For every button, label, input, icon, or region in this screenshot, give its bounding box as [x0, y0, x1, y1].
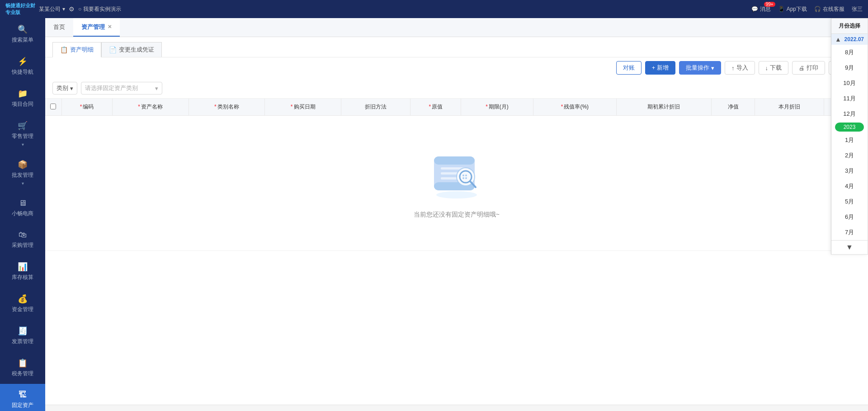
- company-selector[interactable]: 某某公司 ▾: [39, 5, 65, 13]
- headset-icon: 🎧: [814, 6, 821, 12]
- import-label: 导入: [736, 64, 748, 72]
- sidebar-item-purchase[interactable]: 🛍 采购管理: [0, 224, 45, 255]
- year-2023[interactable]: 2023: [835, 123, 864, 132]
- sidebar-item-quick-nav[interactable]: ⚡ 快捷导航: [0, 50, 45, 82]
- sidebar-item-search[interactable]: 🔍 搜索菜单: [0, 18, 45, 50]
- table-header-row: *编码 *资产名称 *类别名称 *购买日期 折旧方法 *原值 *期限(月) *残…: [45, 99, 868, 116]
- top-bar: 畅捷通好业财 专业版 某某公司 ▾ ⚙ ○ 我要看实例演示 💬 消息 99+ 📱…: [0, 0, 868, 18]
- chevron-down-icon: ▾: [711, 65, 714, 71]
- sidebar-item-project[interactable]: 📁 项目合同: [0, 82, 45, 114]
- category-input[interactable]: 请选择固定资产类别 ▾: [81, 82, 162, 94]
- settings-button[interactable]: ⚙: [69, 5, 75, 13]
- empty-row: 当前您还没有固定资产明细哦~: [45, 116, 868, 251]
- app-download-button[interactable]: 📱 App下载: [778, 5, 807, 13]
- sub-tab-detail-label: 资产明细: [70, 46, 94, 54]
- month-7[interactable]: 7月: [831, 225, 868, 240]
- month-5[interactable]: 5月: [831, 194, 868, 209]
- sidebar-item-label: 税务管理: [12, 370, 33, 378]
- category-filter-label[interactable]: 类别 ▾: [52, 82, 77, 94]
- checkbox-input[interactable]: [50, 104, 56, 109]
- tab-asset[interactable]: 资产管理 ✕: [73, 18, 120, 37]
- bottom-scrollbar[interactable]: [45, 405, 868, 411]
- tab-asset-label: 资产管理: [81, 23, 105, 31]
- month-8[interactable]: 8月: [831, 45, 868, 60]
- import-button[interactable]: ↑ 导入: [725, 61, 755, 75]
- empty-text: 当前您还没有固定资产明细哦~: [414, 211, 500, 219]
- sidebar-item-finance[interactable]: 💰 资金管理: [0, 288, 45, 320]
- demo-link[interactable]: ○ 我要看实例演示: [78, 5, 121, 13]
- print-icon: 🖨: [799, 65, 805, 71]
- sidebar-item-label: 搜索菜单: [12, 36, 33, 44]
- col-code: *编码: [61, 99, 112, 116]
- filter-dropdown-icon: ▾: [70, 85, 73, 92]
- match-button[interactable]: 对账: [616, 61, 642, 75]
- add-label: + 新增: [652, 64, 669, 72]
- month-4[interactable]: 4月: [831, 179, 868, 194]
- print-button[interactable]: 🖨 打印: [792, 61, 825, 75]
- svg-rect-2: [434, 156, 475, 165]
- filter-row: 类别 ▾ 请选择固定资产类别 ▾: [45, 78, 868, 99]
- main-content: 首页 资产管理 ✕ 📋 资产明细 📄 变更生成凭证: [45, 18, 868, 411]
- select-all-checkbox[interactable]: [45, 99, 61, 116]
- month-3[interactable]: 3月: [831, 163, 868, 179]
- sidebar-item-ecommerce[interactable]: 🖥 小畅电商: [0, 192, 45, 224]
- voucher-tab-icon: 📄: [109, 46, 117, 53]
- sidebar-item-label: 资金管理: [12, 306, 33, 313]
- add-button[interactable]: + 新增: [645, 61, 675, 75]
- batch-button[interactable]: 批量操作 ▾: [679, 61, 721, 75]
- month-9[interactable]: 9月: [831, 60, 868, 76]
- sidebar-item-label: 固定资产: [12, 402, 33, 409]
- tab-home[interactable]: 首页: [45, 18, 73, 37]
- sub-tab-detail[interactable]: 📋 资产明细: [52, 42, 101, 57]
- svg-point-13: [465, 177, 467, 179]
- sidebar-item-asset[interactable]: 🏗 固定资产: [0, 384, 45, 411]
- sidebar-item-label: 小畅电商: [12, 210, 33, 217]
- sidebar-item-inventory[interactable]: 📊 库存核算: [0, 255, 45, 288]
- monitor-icon: 🖥: [19, 198, 27, 208]
- chevron-down-icon: ▾: [22, 142, 24, 147]
- user-menu[interactable]: 张三: [852, 5, 863, 13]
- month-picker-prev-arrow[interactable]: ▲: [835, 36, 841, 43]
- sub-tab-voucher[interactable]: 📄 变更生成凭证: [101, 42, 162, 57]
- asset-icon: 🏗: [19, 390, 27, 400]
- receipt-icon: 🧾: [18, 326, 28, 336]
- month-12[interactable]: 12月: [831, 106, 868, 122]
- month-picker-next-arrow[interactable]: ▼: [846, 243, 853, 251]
- shopping-icon: 🛍: [19, 230, 27, 240]
- empty-illustration: [425, 147, 488, 202]
- customer-service-button[interactable]: 🎧 在线客服: [814, 5, 844, 13]
- col-purchase-date: *购买日期: [265, 99, 341, 116]
- sidebar-item-invoice[interactable]: 🧾 发票管理: [0, 320, 45, 352]
- demo-icon: ○: [78, 6, 81, 12]
- empty-state-cell: 当前您还没有固定资产明细哦~: [45, 116, 868, 251]
- month-6[interactable]: 6月: [831, 209, 868, 225]
- tab-close-icon[interactable]: ✕: [108, 24, 112, 30]
- sidebar-item-label: 发票管理: [12, 338, 33, 345]
- month-2[interactable]: 2月: [831, 148, 868, 163]
- tax-icon: 📋: [18, 358, 28, 368]
- sub-tab-voucher-label: 变更生成凭证: [119, 46, 154, 54]
- col-original-value: *原值: [410, 99, 461, 116]
- sidebar-item-tax[interactable]: 📋 税务管理: [0, 352, 45, 384]
- top-bar-right: 💬 消息 99+ 📱 App下载 🎧 在线客服 张三: [751, 5, 863, 13]
- sidebar-item-retail[interactable]: 🛒 零售管理 ▾: [0, 114, 45, 153]
- month-1[interactable]: 1月: [831, 132, 868, 148]
- sidebar-item-wholesale[interactable]: 📦 批发管理 ▾: [0, 153, 45, 192]
- month-11[interactable]: 11月: [831, 91, 868, 106]
- content-area: 📋 资产明细 📄 变更生成凭证 对账 + 新增 批量操作 ▾: [45, 37, 868, 411]
- customer-service-label: 在线客服: [823, 5, 844, 13]
- search-icon: 🔍: [18, 24, 28, 34]
- col-residual-rate: *残值率(%): [533, 99, 616, 116]
- app-download-label: App下载: [787, 5, 807, 13]
- detail-tab-icon: 📋: [60, 46, 68, 53]
- month-10[interactable]: 10月: [831, 76, 868, 91]
- col-name: *资产名称: [112, 99, 189, 116]
- message-count-badge: 99+: [764, 2, 775, 7]
- message-button[interactable]: 💬 消息 99+: [751, 5, 771, 13]
- match-label: 对账: [623, 64, 635, 72]
- table-body: 当前您还没有固定资产明细哦~: [45, 116, 868, 251]
- download-button[interactable]: ↓ 下载: [759, 61, 789, 75]
- svg-point-0: [436, 191, 477, 198]
- brand: 畅捷通好业财 专业版: [5, 2, 35, 16]
- layout: 🔍 搜索菜单 ⚡ 快捷导航 📁 项目合同 🛒 零售管理 ▾ 📦 批发管理 ▾ 🖥…: [0, 0, 868, 411]
